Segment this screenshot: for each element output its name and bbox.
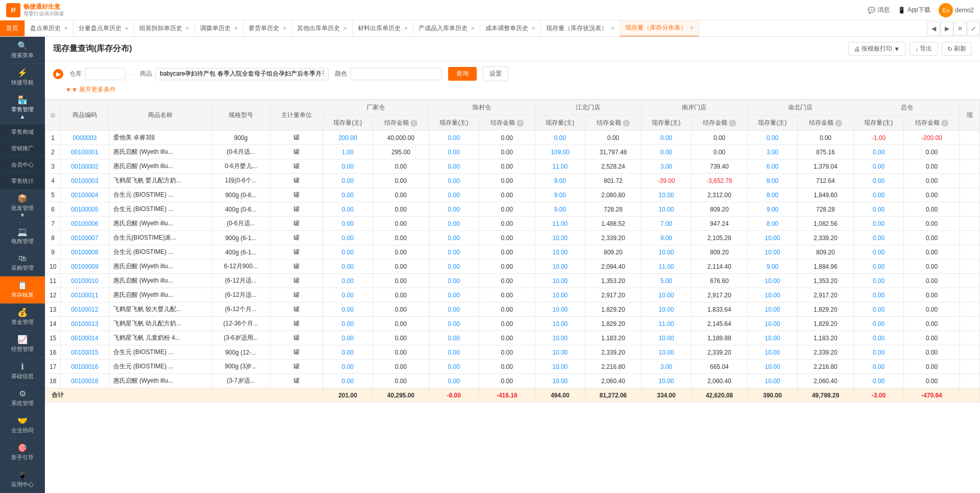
row-jb-stock[interactable]: 10.00 [535,245,585,260]
row-t-stock[interactable]: 0.00 [854,174,904,188]
row-na-stock[interactable]: 0.00 [641,145,691,159]
row-na-stock[interactable]: 3.00 [641,360,691,374]
row-yb-stock[interactable]: 8.00 [747,188,797,202]
row-f-stock[interactable]: 0.00 [323,317,373,331]
row-c-stock[interactable]: 0.00 [429,317,479,331]
row-na-stock[interactable]: 10.00 [641,331,691,345]
row-yb-stock[interactable]: 8.00 [747,174,797,188]
sidebar-item-nav[interactable]: ⚡ 快捷导航 [0,64,45,91]
app-download-btn[interactable]: 📱 App下载 [898,6,930,14]
row-yb-stock[interactable]: 10.00 [747,231,797,245]
close-icon[interactable]: ✕ [185,26,189,31]
row-f-stock[interactable]: 0.00 [323,288,373,302]
row-na-stock[interactable]: 5.00 [641,274,691,288]
sidebar-item-marketing[interactable]: 营销推广 [0,140,45,157]
tab-home[interactable]: 首页 [0,20,25,37]
row-c-stock[interactable]: 0.00 [429,231,479,245]
row-jb-stock[interactable]: 10.00 [535,274,585,288]
row-t-stock[interactable]: 0.00 [854,188,904,202]
row-t-stock[interactable]: 0.00 [854,345,904,360]
row-na-stock[interactable]: 11.00 [641,317,691,331]
row-jb-stock[interactable]: 10.00 [535,231,585,245]
row-jb-stock[interactable]: 10.00 [535,302,585,317]
row-c-stock[interactable]: 0.00 [429,217,479,231]
row-jb-stock[interactable]: 0.00 [535,131,585,145]
row-jb-stock[interactable]: 10.00 [535,317,585,331]
row-jb-stock[interactable]: 10.00 [535,331,585,345]
close-icon[interactable]: ✕ [531,26,535,31]
message-btn[interactable]: 💬 消息 [868,6,890,14]
row-f-stock[interactable]: 0.00 [323,260,373,274]
row-t-stock[interactable]: 0.00 [854,231,904,245]
expand-btn[interactable]: ▶ [53,69,63,79]
row-t-stock[interactable]: 0.00 [854,159,904,174]
row-c-stock[interactable]: 0.00 [429,260,479,274]
row-yb-stock[interactable]: 10.00 [747,317,797,331]
tab-other-out-history[interactable]: 其他出库单历史 ✕ [292,20,353,37]
row-yb-stock[interactable]: 10.00 [747,360,797,374]
tab-stock-distribution[interactable]: 现存量（库存分布表） ✕ [620,20,699,37]
row-f-stock[interactable]: 0.00 [323,231,373,245]
close-icon[interactable]: ✕ [404,26,408,31]
sidebar-item-guide[interactable]: 🎯 新手引导 [0,439,45,466]
warehouse-dots[interactable]: ··· [129,71,134,78]
goods-input[interactable] [155,68,329,80]
row-c-stock[interactable]: 0.00 [429,245,479,260]
row-na-stock[interactable]: 9.00 [641,231,691,245]
row-c-stock[interactable]: 0.00 [429,274,479,288]
row-yb-stock[interactable]: 0.00 [747,131,797,145]
sidebar-item-wholesale[interactable]: 📦 批发管理 ▼ [0,190,45,223]
query-btn[interactable]: 查询 [448,67,477,81]
row-f-stock[interactable]: 0.00 [323,331,373,345]
row-f-stock[interactable]: 200.00 [323,131,373,145]
settings-btn[interactable]: 设置 [483,66,508,81]
sidebar-item-system[interactable]: ⚙ 系统管理 [0,385,45,412]
sidebar-item-finance[interactable]: 💰 资金管理 [0,303,45,331]
row-yb-stock[interactable]: 9.00 [747,202,797,217]
row-f-stock[interactable]: 0.00 [323,174,373,188]
close-icon[interactable]: ✕ [690,25,694,31]
tab-inventory-history[interactable]: 盘点单历史 ✕ [25,20,74,37]
print-btn[interactable]: 🖨 按模板打印 ▼ [848,42,905,56]
row-f-stock[interactable]: 0.00 [323,217,373,231]
sidebar-item-ecommerce[interactable]: 💻 电商管理 [0,223,45,250]
row-jb-stock[interactable]: 10.00 [535,288,585,302]
expand-conditions-btn[interactable]: ▼▼ 展开更多条件 [65,85,972,94]
row-yb-stock[interactable]: 10.00 [747,331,797,345]
row-t-stock[interactable]: 0.00 [854,331,904,345]
row-jb-stock[interactable]: 11.00 [535,159,585,174]
row-yb-stock[interactable]: 10.00 [747,302,797,317]
close-icon[interactable]: ✕ [234,26,238,31]
row-jb-stock[interactable]: 10.00 [535,374,585,388]
row-na-stock[interactable]: 7.00 [641,217,691,231]
tab-material-out-history[interactable]: 材料出库单历史 ✕ [353,20,413,37]
row-t-stock[interactable]: 0.00 [854,274,904,288]
close-icon[interactable]: ✕ [125,26,129,31]
row-yb-stock[interactable]: 10.00 [747,245,797,260]
close-icon[interactable]: ✕ [471,26,475,31]
row-t-stock[interactable]: 0.00 [854,245,904,260]
sidebar-item-apps[interactable]: 📱 应用中心 [0,466,45,493]
sidebar-item-store[interactable]: 零售商城 [0,124,45,140]
sidebar-item-basic-info[interactable]: ℹ 基础信息 [0,358,45,385]
tab-stock-status[interactable]: 现存量（库存状况表） ✕ [541,20,620,37]
row-t-stock[interactable]: 0.00 [854,217,904,231]
row-f-stock[interactable]: 1.00 [323,145,373,159]
warehouse-input[interactable] [85,68,126,80]
row-c-stock[interactable]: 0.00 [429,374,479,388]
row-yb-stock[interactable]: 10.00 [747,288,797,302]
row-c-stock[interactable]: 0.00 [429,360,479,374]
row-c-stock[interactable]: 0.00 [429,145,479,159]
row-f-stock[interactable]: 0.00 [323,374,373,388]
close-icon[interactable]: ✕ [610,26,615,31]
row-yb-stock[interactable]: 10.00 [747,274,797,288]
tab-purchase-order-history[interactable]: 要货单历史 ✕ [243,20,292,37]
row-yb-stock[interactable]: 3.00 [747,145,797,159]
user-menu[interactable]: Ea demo2 [939,3,974,17]
row-yb-stock[interactable]: 10.00 [747,345,797,360]
color-input[interactable] [350,68,442,80]
sidebar-item-member[interactable]: 会员中心 [0,157,45,173]
tab-assembly-history[interactable]: 组装拆卸单历史 ✕ [134,20,195,37]
row-t-stock[interactable]: 0.00 [854,360,904,374]
row-jb-stock[interactable]: 109.00 [535,145,585,159]
